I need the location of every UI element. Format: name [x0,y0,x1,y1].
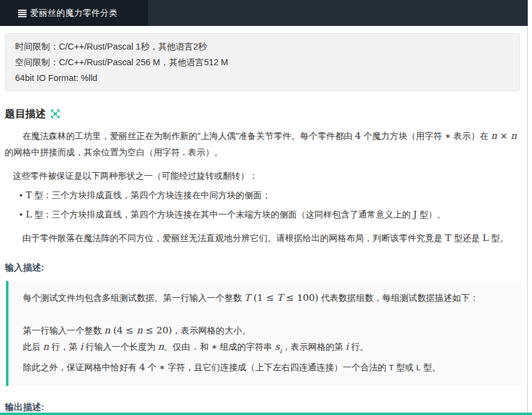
limits-box: 时间限制：C/C++/Rust/Pascal 1秒，其他语言2秒 空间限制：C/… [5,33,520,91]
shape-list-item-t: T 型：三个方块排成直线，第四个方块连接在中间方块的侧面； [5,187,521,204]
input-section-title: 输入描述: [5,262,521,274]
problem-body: 题目描述 在魔法森林的工坊里，爱丽丝正在为制作新的"上海人偶 [0,107,527,415]
problem-tab[interactable]: 爱丽丝的魔力零件分类 [0,0,148,26]
description-title-text: 题目描述 [5,107,46,121]
description-paragraph-3: 由于零件散落在魔法阵的不同方位，爱丽丝无法直观地分辨它们。请根据给出的网格布局，… [5,230,521,246]
list-icon [18,9,27,18]
expand-arrows-icon[interactable] [51,109,60,118]
output-section-title: 输出描述: [5,402,521,413]
content-area: 时间限制：C/C++/Rust/Pascal 1秒，其他语言2秒 空间限制：C/… [0,26,528,415]
memory-limit: 空间限制：C/C++/Rust/Pascal 256 M，其他语言512 M [15,54,510,70]
input-description-quote: 每个测试文件均包含多组测试数据。第一行输入一个整数 T (1 ≤ T ≤ 100… [6,281,521,386]
shape-list-item-l: L 型：三个方块排成直线，第四个方块连接在其中一个末端方块的侧面（这同样包含了通… [5,207,521,223]
input-line-4: 除此之外，保证网格中恰好有 4 个 ∗ 字符，且它们连接成（上下左右四连通连接）… [23,359,507,376]
input-line-2: 第一行输入一个整数 n (4 ≤ n ≤ 20)，表示网格的大小。 [23,323,507,339]
io-format: 64bit IO Format: %lld [15,70,510,86]
navbar: 爱丽丝的魔力零件分类 [0,0,528,26]
shape-list: T 型：三个方块排成直线，第四个方块连接在中间方块的侧面； L 型：三个方块排成… [5,187,521,223]
problem-tab-title: 爱丽丝的魔力零件分类 [30,8,118,19]
description-paragraph-2: 这些零件被保证是以下两种形状之一（可能经过旋转或翻转）： [5,168,521,184]
problem-page: 爱丽丝的魔力零件分类 时间限制：C/C++/Rust/Pascal 1秒，其他语… [0,0,532,415]
section-divider-rule [0,413,532,415]
description-title: 题目描述 [5,107,521,121]
description-paragraph-1: 在魔法森林的工坊里，爱丽丝正在为制作新的"上海人偶"准备关节零件。每个零件都由 … [5,128,521,161]
input-line-3: 此后 n 行，第 i 行输入一个长度为 n、仅由 . 和 ∗ 组成的字符串 si… [23,339,507,359]
input-line-1: 每个测试文件均包含多组测试数据。第一行输入一个整数 T (1 ≤ T ≤ 100… [23,290,507,306]
time-limit: 时间限制：C/C++/Rust/Pascal 1秒，其他语言2秒 [15,39,510,54]
